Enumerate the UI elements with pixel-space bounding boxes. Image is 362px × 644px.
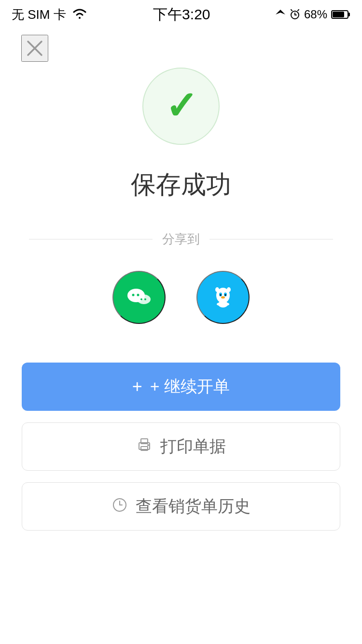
svg-line-3: [291, 10, 292, 11]
svg-point-23: [225, 294, 226, 296]
share-icons: [112, 271, 250, 324]
svg-point-15: [144, 298, 146, 300]
svg-point-19: [224, 303, 229, 306]
svg-point-11: [137, 294, 151, 304]
svg-point-30: [147, 444, 149, 446]
success-title: 保存成功: [131, 168, 231, 202]
wifi-icon: [71, 8, 88, 21]
divider-left: [29, 239, 153, 239]
wechat-share-button[interactable]: [112, 271, 166, 324]
svg-point-25: [215, 287, 219, 292]
time-display: 下午3:20: [153, 5, 210, 25]
svg-rect-7: [333, 12, 344, 17]
continue-button[interactable]: + + 继续开单: [22, 363, 340, 411]
share-label: 分享到: [162, 231, 200, 248]
action-buttons: + + 继续开单 打印单据 查看销货单: [22, 363, 340, 531]
history-label: 查看销货单历史: [136, 495, 251, 518]
plus-icon: +: [132, 378, 142, 395]
status-bar: 无 SIM 卡 下午3:20 68%: [0, 0, 362, 29]
qq-share-button[interactable]: [196, 271, 250, 324]
printer-icon: [136, 437, 153, 456]
close-button[interactable]: [21, 35, 48, 62]
divider-right: [209, 239, 333, 239]
success-circle: ✓: [142, 68, 220, 145]
battery-label: 68%: [304, 8, 327, 21]
svg-point-13: [137, 294, 139, 296]
history-button[interactable]: 查看销货单历史: [22, 482, 340, 531]
print-label: 打印单据: [160, 435, 226, 458]
close-icon: [26, 40, 43, 57]
svg-point-26: [227, 287, 231, 292]
battery-icon: [331, 9, 350, 20]
svg-line-4: [298, 10, 299, 11]
svg-point-22: [220, 294, 222, 296]
svg-point-14: [140, 298, 142, 300]
no-sim-label: 无 SIM 卡: [12, 6, 66, 23]
wechat-icon: [124, 282, 154, 313]
svg-rect-6: [348, 13, 350, 16]
svg-point-18: [217, 303, 222, 306]
continue-label: + 继续开单: [150, 376, 230, 398]
checkmark-icon: ✓: [165, 87, 197, 126]
alarm-icon: [290, 9, 300, 20]
status-right: 68%: [275, 8, 350, 21]
svg-point-12: [132, 294, 135, 296]
clock-icon: [111, 497, 128, 516]
status-left: 无 SIM 卡: [12, 6, 88, 23]
main-content: ✓ 保存成功 分享到: [0, 29, 362, 531]
svg-point-24: [221, 296, 225, 299]
qq-icon: [208, 282, 238, 313]
location-icon: [275, 9, 286, 20]
print-button[interactable]: 打印单据: [22, 422, 340, 471]
share-divider: 分享到: [0, 231, 362, 248]
